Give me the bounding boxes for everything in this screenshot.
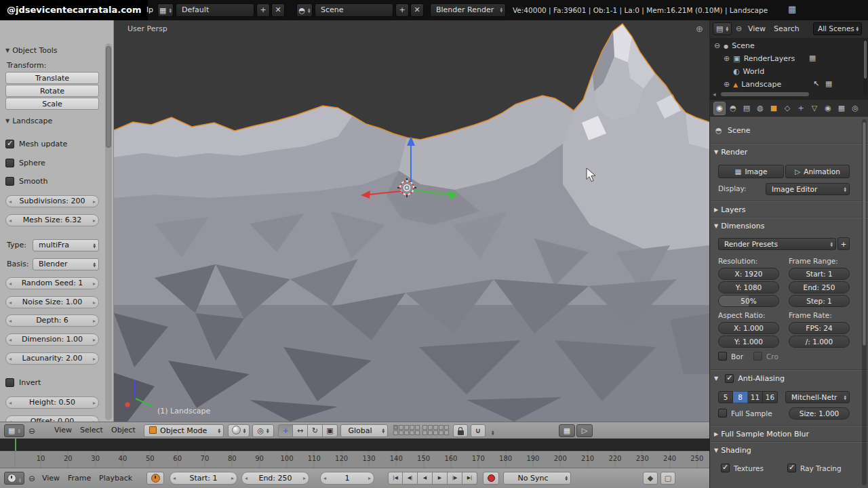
outliner-item-world[interactable]: ◐World [733, 65, 764, 78]
lock-button[interactable] [453, 424, 468, 437]
layer-cell[interactable] [404, 425, 409, 430]
scale-button[interactable]: Scale [5, 98, 99, 110]
menu-view[interactable]: View [42, 474, 60, 483]
delete-scene-button[interactable]: ✕ [410, 3, 424, 17]
window-icon[interactable]: ▦ [788, 4, 796, 14]
layer-cell[interactable] [444, 430, 449, 435]
layer-cell[interactable] [439, 430, 443, 435]
render-presets-dropdown[interactable]: Render Presets [718, 238, 836, 250]
layer-cell[interactable] [415, 425, 420, 430]
record-button[interactable] [483, 472, 499, 485]
play-button[interactable]: ▶ [433, 472, 448, 485]
checkbox-unchecked[interactable] [5, 177, 14, 186]
menu-playback[interactable]: Playback [99, 474, 132, 483]
invert-checkbox-row[interactable]: Invert [5, 378, 41, 387]
outliner-item-scene[interactable]: ⊖●Scene [714, 39, 755, 52]
section-render[interactable]: ▼Render [714, 148, 747, 157]
checkbox-unchecked[interactable] [718, 352, 727, 361]
scrollbar-thumb[interactable] [863, 122, 866, 346]
timeline-track-area[interactable] [0, 439, 709, 451]
aa-filter-dropdown[interactable]: Mitchell-Netr [785, 391, 850, 403]
checkbox-checked[interactable] [5, 140, 14, 148]
height-field[interactable]: ◂Height: 0.50▸ [5, 396, 99, 409]
tool-shelf-scrollbar[interactable] [105, 43, 112, 420]
resolution-x-field[interactable]: X: 1920 [718, 268, 779, 280]
aa-size-field[interactable]: Size: 1.000 [789, 407, 850, 420]
expander-icon[interactable]: ⊕ [724, 80, 730, 89]
scrollbar-thumb[interactable] [106, 46, 111, 148]
layer-cell[interactable] [428, 425, 433, 430]
expander-icon[interactable]: ⊖ [714, 41, 720, 50]
menu-frame[interactable]: Frame [68, 474, 91, 483]
layer-cell[interactable] [433, 430, 438, 435]
restrict-render-icon[interactable]: ▦ [825, 79, 832, 88]
lacunarity-field[interactable]: ◂Lacunarity: 2.00▸ [5, 352, 99, 365]
snap-toggle-button[interactable]: ∪ [471, 424, 486, 437]
checkbox-unchecked[interactable] [753, 352, 762, 361]
checkbox-checked[interactable] [725, 374, 734, 383]
aspect-y-field[interactable]: Y: 1.000 [718, 336, 779, 348]
insert-keyframe-button[interactable]: ◆ [643, 472, 658, 485]
layer-cell[interactable] [422, 425, 427, 430]
layer-cell[interactable] [393, 425, 398, 430]
jump-to-end-button[interactable]: ▶| [462, 472, 477, 485]
snap-element-dropdown[interactable] [489, 428, 494, 437]
sphere-checkbox-row[interactable]: Sphere [5, 159, 45, 167]
layer-cell[interactable] [444, 425, 449, 430]
crop-checkbox-row[interactable]: Cro [753, 352, 778, 361]
section-shading[interactable]: ▼Shading [714, 446, 751, 455]
translate-button[interactable]: Translate [5, 72, 99, 84]
layer-cell[interactable] [393, 430, 398, 435]
section-anti-aliasing[interactable]: ▼Anti-Aliasing [714, 374, 785, 383]
play-reverse-button[interactable]: ◀ [418, 472, 433, 485]
tab-modifiers[interactable]: + [795, 102, 807, 115]
manipulator-widget-button[interactable]: + [278, 424, 293, 437]
manipulator-rotate-button[interactable]: ↻ [308, 424, 323, 437]
prev-keyframe-button[interactable]: ◀| [403, 472, 418, 485]
offset-field[interactable]: ◂Offset: 0.00▸ [5, 415, 99, 422]
aspect-x-field[interactable]: X: 1.000 [718, 322, 779, 334]
layer-cell[interactable] [433, 425, 438, 430]
checkbox-unchecked[interactable] [5, 159, 14, 167]
manipulator-scale-button[interactable]: ▣ [323, 424, 338, 437]
tab-render-layers[interactable]: ▤ [741, 102, 753, 115]
render-animation-button[interactable]: ▷Animation [785, 165, 850, 178]
mesh-size-field[interactable]: ◂Mesh Size: 6.32▸ [5, 214, 99, 226]
fps-field[interactable]: FPS: 24 [789, 322, 850, 334]
viewport-canvas[interactable] [114, 20, 709, 422]
frame-end-field[interactable]: End: 250 [789, 281, 850, 293]
tab-constraints[interactable]: ◇ [781, 102, 793, 115]
layer-cell[interactable] [410, 425, 414, 430]
basis-dropdown[interactable]: Blender [33, 258, 99, 270]
panel-header-object-tools[interactable]: ▼Object Tools [5, 46, 58, 55]
tab-scene[interactable]: ◓ [727, 102, 739, 115]
scene-select[interactable]: Scene [315, 3, 393, 17]
resolution-percentage-slider[interactable]: 50% [718, 295, 779, 307]
ray-tracing-checkbox-row[interactable]: Ray Tracing [787, 464, 842, 472]
render-image-button[interactable]: ▦Image [718, 165, 784, 178]
editor-type-button[interactable]: ▦ [4, 424, 24, 437]
fps-base-field[interactable]: /: 1.000 [789, 336, 850, 348]
sync-dropdown[interactable]: No Sync [503, 472, 571, 485]
type-dropdown[interactable]: multiFra [33, 239, 99, 251]
aa-samples-5-button[interactable]: 5 [718, 391, 733, 403]
timeline-ruler[interactable]: 1020304050607080901001101201301401501601… [0, 451, 709, 468]
current-frame-field[interactable]: ◂1▸ [320, 472, 374, 485]
menu-view[interactable]: View [54, 426, 72, 434]
screen-layout-icon[interactable]: ▦ [157, 3, 174, 17]
render-engine-select[interactable]: Blender Render [430, 3, 506, 17]
tab-physics[interactable]: ◎ [849, 102, 861, 115]
preview-range-button[interactable] [146, 472, 164, 485]
layer-cell[interactable] [399, 425, 403, 430]
renderlayer-render-icon[interactable]: ▦ [809, 54, 816, 62]
editor-type-button[interactable]: ▤ [713, 22, 732, 35]
add-layout-button[interactable]: + [256, 3, 270, 17]
subdivisions-field[interactable]: ◂Subdivisions: 200▸ [5, 195, 99, 207]
scene-select-icon[interactable]: ◓ [296, 3, 313, 17]
add-scene-button[interactable]: + [395, 3, 409, 17]
depth-field[interactable]: ◂Depth: 6▸ [5, 314, 99, 327]
viewport-plus-icon[interactable]: ⊕ [696, 24, 703, 34]
frame-step-field[interactable]: Step: 1 [789, 295, 850, 307]
textures-checkbox-row[interactable]: Textures [721, 464, 764, 472]
checkbox-unchecked[interactable] [5, 378, 14, 387]
